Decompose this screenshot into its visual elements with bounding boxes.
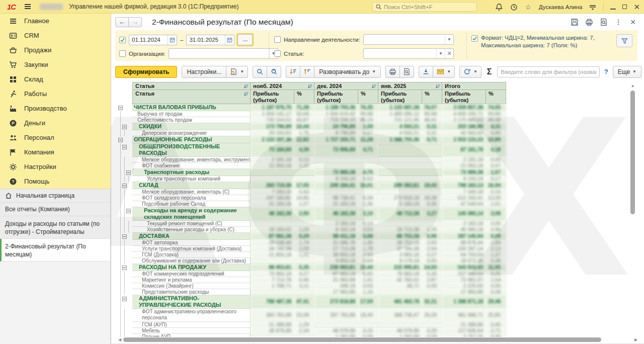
value-cell[interactable]: 4,27 bbox=[294, 271, 314, 277]
value-cell[interactable]: 99,89 bbox=[486, 111, 506, 117]
row-label-cell[interactable]: ФОТ снабжения bbox=[132, 163, 251, 169]
collapse-group-icon[interactable] bbox=[126, 209, 131, 213]
value-cell[interactable]: 543 933,43 bbox=[442, 264, 486, 271]
value-cell[interactable]: 0,53 bbox=[358, 176, 378, 182]
value-cell[interactable]: 287 145,94 bbox=[442, 233, 486, 240]
value-cell[interactable] bbox=[358, 157, 378, 163]
value-cell[interactable]: 74,55 bbox=[486, 104, 506, 111]
value-cell[interactable] bbox=[358, 322, 378, 328]
value-cell[interactable]: 383 783,88 bbox=[251, 309, 294, 322]
collapse-group-icon[interactable] bbox=[118, 138, 123, 142]
collapse-group-icon[interactable] bbox=[122, 266, 127, 270]
value-cell[interactable]: 73 184,89 bbox=[251, 143, 294, 157]
value-cell[interactable]: 64 769,54 bbox=[442, 252, 486, 258]
value-cell[interactable]: 0,57 bbox=[358, 130, 378, 136]
value-cell[interactable] bbox=[422, 157, 442, 163]
current-user[interactable]: Дускаева Алина bbox=[539, 4, 583, 10]
value-cell[interactable]: 8 193,18 bbox=[314, 176, 358, 182]
collapse-all-button[interactable] bbox=[286, 66, 300, 78]
value-cell[interactable]: 719 194,16 bbox=[314, 117, 358, 123]
calendar-icon[interactable] bbox=[225, 35, 234, 45]
scroll-up-arrow[interactable]: ▲ bbox=[630, 83, 635, 88]
value-cell[interactable]: 0,35 bbox=[422, 201, 442, 207]
autosum-button[interactable]: Σ bbox=[486, 67, 493, 76]
value-cell[interactable]: 46,19 bbox=[358, 117, 378, 123]
collapse-group-icon[interactable] bbox=[122, 184, 127, 188]
row-label-cell[interactable]: Услуги транспортных компаний (Доставка) bbox=[132, 246, 251, 252]
value-cell[interactable]: 249 184,41 bbox=[314, 182, 358, 189]
value-cell[interactable]: 3 983,18 bbox=[378, 252, 422, 258]
value-cell[interactable]: 721 121,95 bbox=[378, 117, 422, 123]
row-label-cell[interactable]: ОПЕРАЦИОННЫЕ РАСХОДЫ bbox=[132, 136, 251, 143]
value-cell[interactable]: 18 072,36 bbox=[442, 258, 486, 264]
value-cell[interactable]: 2 183,18 bbox=[442, 221, 486, 227]
row-label-cell[interactable]: Представительские расходы bbox=[132, 289, 251, 295]
value-cell[interactable]: 238 983,81 bbox=[314, 264, 358, 271]
value-cell[interactable]: 88 878,44 bbox=[442, 240, 486, 246]
value-cell[interactable]: 43,87 bbox=[294, 117, 314, 123]
value-cell[interactable] bbox=[422, 143, 442, 157]
value-cell[interactable]: 21 983,88 bbox=[314, 277, 358, 283]
value-cell[interactable]: 5,35 bbox=[294, 264, 314, 271]
value-cell[interactable]: 203 186,99 bbox=[442, 123, 486, 130]
header-period-2[interactable]: янв. 2025 bbox=[378, 82, 442, 90]
generate-button[interactable]: Сформировать bbox=[115, 66, 177, 78]
value-cell[interactable] bbox=[251, 169, 294, 176]
value-cell[interactable]: 1,75 bbox=[294, 130, 314, 136]
organization-checkbox[interactable] bbox=[119, 50, 126, 57]
sort-icon[interactable] bbox=[435, 84, 440, 89]
value-cell[interactable]: 2 181,18 bbox=[442, 157, 486, 163]
value-cell[interactable]: 2,50 bbox=[358, 252, 378, 258]
sidebar-item-производство[interactable]: Производство bbox=[0, 101, 111, 116]
article-checkbox[interactable] bbox=[274, 50, 281, 57]
value-cell[interactable]: 3,08 bbox=[486, 207, 506, 221]
row-label-cell[interactable]: СКЛАД bbox=[132, 182, 251, 189]
value-cell[interactable]: 38 753,18 bbox=[378, 240, 422, 246]
row-label-cell[interactable]: ОБЩЕПРОИЗВОДСТВЕННЫЕ РАСХОДЫ bbox=[132, 143, 251, 157]
value-cell[interactable]: 34 789,38 bbox=[251, 246, 294, 252]
value-cell[interactable] bbox=[422, 169, 442, 176]
scroll-left-arrow[interactable]: ◀ bbox=[117, 337, 122, 342]
value-cell[interactable]: 1,78 bbox=[358, 246, 378, 252]
value-cell[interactable]: 5,09 bbox=[486, 233, 506, 240]
value-cell[interactable]: 0,05 bbox=[486, 283, 506, 289]
value-cell[interactable]: 48 713,38 bbox=[378, 207, 422, 221]
value-cell[interactable]: 1,01 bbox=[486, 201, 506, 207]
value-cell[interactable]: 4 605 155,71 bbox=[442, 111, 486, 117]
word-filter-input[interactable] bbox=[497, 66, 599, 77]
value-cell[interactable]: 3,15 bbox=[358, 328, 378, 334]
value-cell[interactable]: 0,38 bbox=[486, 258, 506, 264]
value-cell[interactable]: 47 549,54 bbox=[442, 201, 486, 207]
value-cell[interactable] bbox=[251, 258, 294, 264]
value-cell[interactable]: 1 133 087,28 bbox=[378, 104, 422, 111]
sidebar-item-работы[interactable]: Работы bbox=[0, 87, 111, 101]
value-cell[interactable]: 17 983,88 bbox=[442, 289, 486, 295]
row-label-cell[interactable]: ЧИСТАЯ ВАЛОВАЯ ПРИБЫЛЬ bbox=[132, 104, 251, 111]
value-cell[interactable]: 14,85 bbox=[294, 195, 314, 201]
value-cell[interactable]: 1 388 871,18 bbox=[442, 295, 486, 309]
value-cell[interactable] bbox=[378, 221, 422, 227]
value-cell[interactable] bbox=[294, 176, 314, 182]
value-cell[interactable]: 21 388,88 bbox=[251, 322, 294, 328]
collapse-group-icon[interactable] bbox=[118, 106, 123, 110]
row-label-cell[interactable]: Расходы на аренду и содержание складских… bbox=[132, 207, 251, 221]
value-cell[interactable]: 2,60 bbox=[422, 240, 442, 246]
value-cell[interactable]: 0,45 bbox=[486, 322, 506, 328]
value-cell[interactable]: 100 287,14 bbox=[442, 246, 486, 252]
value-cell[interactable]: 1,59 bbox=[358, 123, 378, 130]
row-label-cell[interactable]: Услуги транспортных компаний bbox=[132, 176, 251, 182]
value-cell[interactable]: 18,49 bbox=[358, 309, 378, 322]
value-cell[interactable]: 9,71 bbox=[422, 136, 442, 143]
value-cell[interactable]: 4,31 bbox=[486, 123, 506, 130]
vertical-scrollbar[interactable]: ▲ ▼ bbox=[630, 83, 635, 344]
value-cell[interactable]: 10,44 bbox=[294, 123, 314, 130]
value-cell[interactable]: 76,35 bbox=[358, 104, 378, 111]
value-cell[interactable]: 287 783,88 bbox=[314, 309, 358, 322]
row-label-cell[interactable]: Мебель bbox=[132, 328, 251, 334]
value-cell[interactable]: 5,96 bbox=[422, 233, 442, 240]
value-cell[interactable]: 87 983,18 bbox=[314, 271, 358, 277]
value-cell[interactable]: 2 933 133,23 bbox=[442, 136, 486, 143]
value-cell[interactable]: 1,37 bbox=[486, 252, 506, 258]
value-cell[interactable] bbox=[422, 176, 442, 182]
find-button[interactable] bbox=[253, 66, 267, 78]
